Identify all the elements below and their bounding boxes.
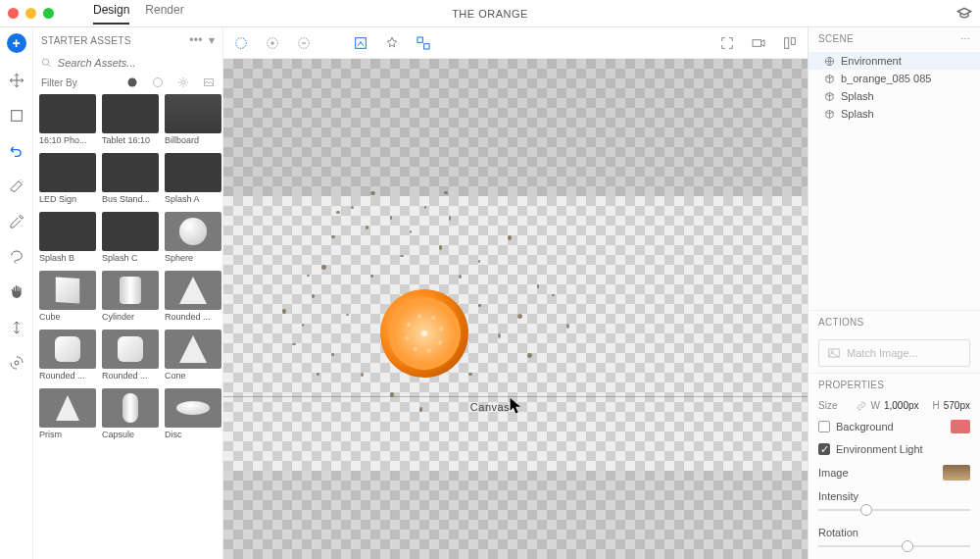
asset-item[interactable]: Capsule	[102, 388, 159, 443]
snap-icon[interactable]	[384, 35, 400, 51]
asset-item[interactable]: Rounded ...	[102, 330, 159, 384]
scene-header: SCENE	[818, 33, 854, 44]
asset-item[interactable]: Prism	[39, 388, 96, 443]
asset-item[interactable]: Sphere	[165, 212, 221, 267]
undo-icon[interactable]	[9, 143, 24, 159]
asset-label: Cone	[165, 369, 221, 384]
asset-item[interactable]: Cylinder	[102, 271, 159, 326]
add-button[interactable]: +	[7, 33, 26, 53]
eyedropper-icon[interactable]	[9, 214, 24, 229]
hand-tool-icon[interactable]	[9, 284, 24, 300]
scene-item-label: Environment	[841, 55, 902, 67]
asset-grid: 16:10 Pho... Tablet 16:10 Billboard LED …	[33, 94, 222, 559]
asset-item[interactable]: Rounded ...	[39, 330, 96, 384]
width-value[interactable]: 1,000px	[884, 400, 919, 411]
assets-chevron-icon[interactable]: ▾	[209, 33, 215, 47]
close-window-button[interactable]	[8, 8, 19, 19]
move-tool-icon[interactable]	[9, 73, 24, 88]
viewport[interactable]	[223, 59, 808, 559]
minimize-window-button[interactable]	[25, 8, 36, 19]
assets-more-icon[interactable]: •••	[189, 33, 203, 47]
asset-label: Cylinder	[102, 310, 159, 326]
intensity-slider[interactable]	[818, 502, 970, 518]
env-light-label: Environment Light	[836, 443, 970, 455]
add-selection-icon[interactable]	[265, 35, 280, 51]
scene-item-splash[interactable]: Splash	[808, 87, 980, 105]
scene-item-environment[interactable]: Environment	[808, 52, 980, 70]
scene-item-label: Splash	[841, 90, 874, 102]
filter-materials-icon[interactable]	[152, 76, 164, 88]
select-tool-icon[interactable]	[233, 35, 249, 51]
globe-icon	[824, 56, 835, 67]
svg-point-1	[15, 361, 19, 365]
window-controls	[8, 8, 54, 19]
height-prefix: H	[933, 400, 940, 411]
tab-design[interactable]: Design	[93, 3, 129, 25]
rotation-slider[interactable]	[818, 538, 970, 554]
asset-item[interactable]: Rounded ...	[165, 271, 221, 326]
asset-label: Sphere	[165, 251, 221, 267]
tab-render[interactable]: Render	[145, 3, 183, 25]
scene-item-splash[interactable]: Splash	[808, 105, 980, 123]
dolly-tool-icon[interactable]	[9, 320, 24, 335]
canvas-area	[223, 27, 808, 559]
asset-label: Splash C	[102, 251, 159, 267]
asset-item[interactable]: Billboard	[165, 94, 221, 149]
asset-label: Disc	[165, 428, 221, 443]
scene-list: Environment b_orange_085 085 Splash Spla…	[808, 50, 980, 125]
subtract-selection-icon[interactable]	[296, 35, 312, 51]
learn-icon[interactable]	[956, 5, 972, 23]
search-row	[33, 53, 222, 73]
frame-tool-icon[interactable]	[9, 108, 24, 124]
lasso-icon[interactable]	[9, 249, 24, 265]
document-title: THE ORANGE	[452, 8, 528, 20]
svg-rect-15	[791, 37, 795, 44]
filter-models-icon[interactable]	[126, 76, 138, 88]
asset-item[interactable]: LED Sign	[39, 153, 96, 208]
tool-rail: +	[0, 27, 33, 559]
maximize-window-button[interactable]	[43, 8, 54, 19]
filter-lights-icon[interactable]	[177, 76, 189, 88]
asset-label: LED Sign	[39, 192, 96, 208]
env-image-thumb[interactable]	[943, 465, 970, 481]
intensity-label: Intensity	[818, 490, 858, 502]
render-settings-icon[interactable]	[782, 35, 798, 51]
asset-item[interactable]: Bus Stand...	[102, 153, 159, 208]
asset-item[interactable]: Splash A	[165, 153, 221, 208]
background-checkbox[interactable]	[818, 421, 830, 432]
orbit-tool-icon[interactable]	[9, 355, 24, 371]
svg-point-7	[236, 37, 247, 48]
svg-rect-11	[417, 37, 422, 42]
scene-item-orange[interactable]: b_orange_085 085	[808, 70, 980, 87]
svg-rect-12	[424, 43, 429, 48]
height-value[interactable]: 570px	[944, 400, 970, 411]
filter-images-icon[interactable]	[203, 76, 215, 88]
fullscreen-icon[interactable]	[719, 35, 735, 51]
camera-icon[interactable]	[751, 35, 766, 51]
asset-label: Rounded ...	[165, 310, 221, 326]
asset-label: Splash A	[165, 192, 221, 208]
svg-point-5	[181, 80, 185, 84]
asset-item[interactable]: Tablet 16:10	[102, 94, 159, 149]
cube-icon	[824, 109, 835, 120]
assets-header: STARTER ASSETS	[41, 35, 131, 46]
asset-item[interactable]: Cube	[39, 271, 96, 326]
match-image-button[interactable]: Match Image...	[818, 339, 970, 367]
asset-label: 16:10 Pho...	[39, 133, 96, 149]
env-light-checkbox[interactable]: ✓	[818, 443, 830, 455]
snap-ground-icon[interactable]	[353, 35, 368, 51]
asset-item[interactable]: Disc	[165, 388, 221, 443]
size-label: Size	[818, 400, 853, 411]
link-icon[interactable]	[857, 401, 866, 411]
asset-item[interactable]: Cone	[165, 330, 221, 384]
background-color-swatch[interactable]	[951, 420, 970, 433]
magic-wand-icon[interactable]	[9, 178, 24, 194]
autosnap-icon[interactable]	[416, 35, 431, 51]
search-input[interactable]	[58, 57, 215, 69]
canvas-toolbar	[223, 27, 808, 59]
filter-label: Filter By	[41, 77, 77, 88]
asset-item[interactable]: 16:10 Pho...	[39, 94, 96, 149]
asset-item[interactable]: Splash C	[102, 212, 159, 267]
asset-item[interactable]: Splash B	[39, 212, 96, 267]
rotation-label: Rotation	[818, 527, 858, 538]
